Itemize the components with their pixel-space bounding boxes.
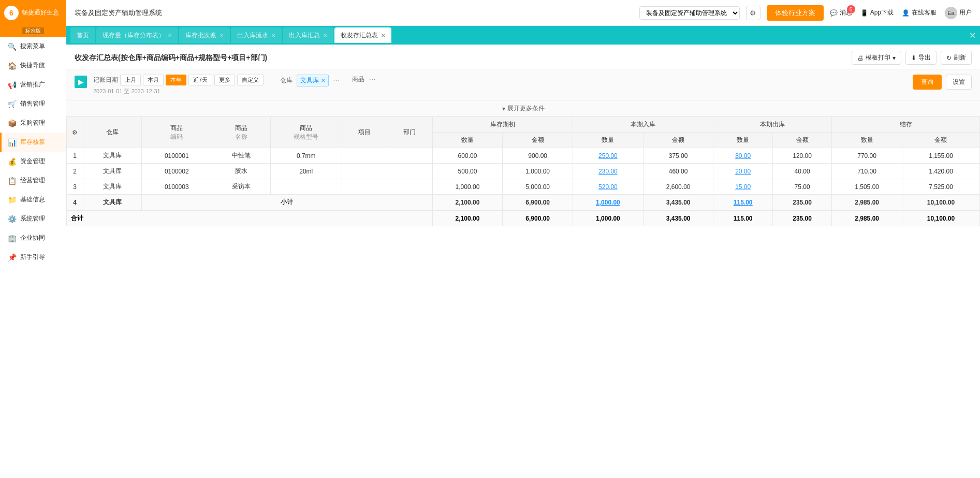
warehouse-tag[interactable]: 文具库 ✕ (297, 75, 329, 86)
sidebar-item-marketing[interactable]: 📢 营销推广 (0, 75, 66, 94)
date-buttons: 记账日期 上月 本月 本年 近7天 更多 自定义 (93, 75, 264, 85)
export-icon: ⬇ (911, 54, 916, 62)
message-btn[interactable]: 💬 消息 6 (830, 8, 852, 17)
date-7days-btn[interactable]: 近7天 (188, 75, 212, 85)
total-open-qty: 2,100.00 (432, 210, 503, 226)
finance-icon: 💰 (8, 157, 16, 166)
app-download-btn[interactable]: 📱 App下载 (860, 8, 894, 17)
tab-inventory-dist[interactable]: 现存量（库存分布表）✕ (96, 27, 178, 43)
tab-close-btn[interactable]: ✕ (271, 33, 275, 38)
row-spec: 0.7mm (270, 148, 342, 164)
date-custom-btn[interactable]: 自定义 (237, 75, 264, 85)
tab-inout-summary[interactable]: 出入库汇总✕ (283, 27, 333, 43)
enterprise-icon: 🏢 (8, 234, 16, 242)
date-this-month-btn[interactable]: 本月 (143, 75, 164, 85)
sidebar-item-guide[interactable]: 📌 新手引导 (0, 248, 66, 267)
sidebar-item-inventory[interactable]: 📊 库存核算 (0, 133, 66, 152)
sidebar-item-basic[interactable]: 📁 基础信息 (0, 190, 66, 209)
page-title: 收发存汇总表(按仓库+商品编码+商品+规格型号+项目+部门) (75, 53, 267, 63)
date-this-year-btn[interactable]: 本年 (166, 75, 186, 85)
tab-inout-flow[interactable]: 出入库流水✕ (231, 27, 282, 43)
table-settings-header[interactable]: ⚙ (67, 117, 83, 148)
table-header-dept: 部门 (387, 117, 432, 148)
logo-icon: 6 (4, 6, 19, 20)
sidebar-item-operation[interactable]: 📋 经营管理 (0, 171, 66, 190)
tab-close-btn[interactable]: ✕ (220, 33, 224, 38)
setting-btn[interactable]: 设置 (946, 75, 972, 90)
row-in-amount: 460.00 (643, 164, 713, 179)
sidebar-item-search[interactable]: 🔍 搜索菜单 (0, 37, 66, 56)
user-menu[interactable]: Ea 用户 (945, 7, 972, 19)
subtotal-open-amount: 6,900.00 (503, 195, 573, 211)
operation-icon: 📋 (8, 177, 16, 185)
row-name: 中性笔 (212, 148, 270, 164)
tab-collect-summary[interactable]: 收发存汇总表✕ (334, 27, 391, 43)
row-open-qty: 500.00 (432, 164, 503, 179)
expand-more-btn[interactable]: ▾ 展开更多条件 (502, 104, 545, 113)
table-header-out-stock: 本期出库 (713, 117, 832, 133)
subtotal-out-qty[interactable]: 115.00 (713, 195, 772, 211)
row-in-amount: 375.00 (643, 148, 713, 164)
sidebar-item-finance[interactable]: 💰 资金管理 (0, 152, 66, 171)
sidebar-item-quick-nav[interactable]: 🏠 快捷导航 (0, 56, 66, 75)
row-warehouse: 文具库 (83, 164, 142, 179)
row-out-qty[interactable]: 20.00 (713, 164, 772, 179)
date-last-month-btn[interactable]: 上月 (120, 75, 141, 85)
tab-close-btn[interactable]: ✕ (381, 33, 385, 38)
tab-batch[interactable]: 库存批次账✕ (179, 27, 230, 43)
tab-close-btn[interactable]: ✕ (168, 33, 172, 38)
goods-more-dots[interactable]: ··· (369, 75, 375, 84)
row-in-qty[interactable]: 520.00 (573, 179, 643, 195)
sidebar-logo: 6 畅捷通好生意 (0, 0, 66, 26)
total-in-qty: 1,000.00 (573, 210, 643, 226)
tab-label: 现存量（库存分布表） (103, 31, 165, 40)
row-open-qty: 600.00 (432, 148, 503, 164)
row-no: 1 (67, 148, 83, 164)
table-header-open-stock: 库存期初 (432, 117, 573, 133)
date-range-text: 2023-01-01 至 2023-12-31 (93, 88, 264, 95)
sidebar-item-system[interactable]: ⚙️ 系统管理 (0, 209, 66, 228)
page-header: 收发存汇总表(按仓库+商品编码+商品+规格型号+项目+部门) 🖨 模板打印 ▾ … (66, 45, 980, 69)
online-service-btn[interactable]: 👤 在线客服 (902, 8, 937, 17)
warehouse-more-dots[interactable]: ··· (333, 76, 340, 85)
table-header-bal-amount: 金额 (902, 133, 979, 148)
online-service-label: 在线客服 (912, 8, 937, 17)
system-title: 装备及固定资产辅助管理系统 (75, 8, 633, 18)
tab-label: 出入库汇总 (289, 31, 320, 40)
trial-button[interactable]: 体验行业方案 (767, 5, 824, 21)
row-open-amount: 1,000.00 (503, 164, 573, 179)
row-out-qty[interactable]: 15.00 (713, 179, 772, 195)
row-in-qty[interactable]: 250.00 (573, 148, 643, 164)
close-all-tabs-btn[interactable]: ✕ (969, 31, 976, 40)
print-template-btn[interactable]: 🖨 模板打印 ▾ (852, 51, 901, 65)
sidebar-item-sales[interactable]: 🛒 销售管理 (0, 94, 66, 113)
row-no: 3 (67, 179, 83, 195)
filter-expand-btn[interactable]: ▶ (75, 76, 87, 88)
filter-action-buttons: 查询 设置 (913, 75, 972, 90)
row-name: 胶水 (212, 164, 270, 179)
table-row: 1 文具库 0100001 中性笔 0.7mm 600.00 900.00 25… (67, 148, 980, 164)
table-header-bal-qty: 数量 (832, 133, 902, 148)
sidebar-item-enterprise[interactable]: 🏢 企业协同 (0, 228, 66, 248)
phone-icon: 📱 (860, 9, 868, 17)
system-select[interactable]: 装备及固定资产辅助管理系统 (639, 6, 740, 20)
row-in-qty[interactable]: 230.00 (573, 164, 643, 179)
logo-text: 畅捷通好生意 (22, 9, 59, 17)
guide-icon: 📌 (8, 253, 16, 262)
tab-close-btn[interactable]: ✕ (323, 33, 327, 38)
sidebar-item-purchase[interactable]: 📦 采购管理 (0, 113, 66, 133)
total-bal-qty: 2,985.00 (832, 210, 902, 226)
query-btn[interactable]: 查询 (913, 75, 942, 90)
refresh-btn[interactable]: ↻ 刷新 (941, 51, 972, 65)
tab-home[interactable]: 首页 (70, 27, 95, 43)
export-btn[interactable]: ⬇ 导出 (905, 51, 937, 65)
row-warehouse: 文具库 (83, 148, 142, 164)
table-header-in-qty: 数量 (573, 133, 643, 148)
settings-icon[interactable]: ⚙ (746, 6, 760, 20)
subtotal-in-qty[interactable]: 1,000.00 (573, 195, 643, 211)
goods-filter: 商品 ··· (344, 75, 375, 84)
warehouse-tag-close[interactable]: ✕ (321, 78, 325, 83)
sidebar-version: 标准版 (0, 26, 66, 37)
row-out-qty[interactable]: 80.00 (713, 148, 772, 164)
date-more-btn[interactable]: 更多 (214, 75, 235, 85)
